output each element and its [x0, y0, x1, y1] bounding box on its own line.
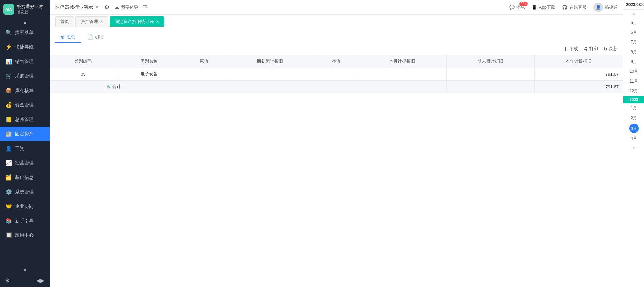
- date-month-item[interactable]: 12月: [623, 86, 644, 96]
- download-icon: 📱: [532, 5, 537, 10]
- table-total-row: ⊕ 合计： 791.67: [50, 81, 623, 93]
- sidebar-item-quick-nav[interactable]: ⚡ 快捷导航: [0, 40, 50, 54]
- date-month-item[interactable]: 1月: [623, 103, 644, 113]
- support-action[interactable]: 🎧 在线客服: [562, 4, 587, 10]
- col-net: 净值: [314, 55, 358, 68]
- logo-sub: 普及版: [17, 10, 43, 15]
- date-month-item[interactable]: 5月: [623, 18, 644, 28]
- sidebar-item-app-center[interactable]: 🔲 应用中心: [0, 228, 50, 243]
- col-init-depr: 期初累计折旧: [226, 55, 314, 68]
- col-name: 类别名称: [116, 55, 182, 68]
- date-panel: 2023.03 ✕ ⤢ ▲ 5月6月7月8月9月10月11月12月 2023 1…: [623, 0, 644, 287]
- sidebar-item-label: 固定资产: [15, 131, 34, 137]
- date-panel-close-icon[interactable]: ✕: [641, 2, 644, 7]
- settings-footer-icon[interactable]: ⚙: [5, 277, 10, 284]
- header-settings-icon[interactable]: ⚙: [104, 4, 109, 10]
- print-button[interactable]: 🖨 打印: [583, 46, 598, 52]
- sidebar-item-label: 资金管理: [15, 102, 34, 108]
- sidebar-item-sales[interactable]: 📊 销售管理: [0, 54, 50, 69]
- sub-tab-summary[interactable]: ⊕ 汇总: [55, 32, 81, 43]
- col-code: 类别编码: [50, 55, 116, 68]
- tab-close-icon[interactable]: ✕: [100, 20, 103, 24]
- inventory-icon: 📦: [5, 87, 11, 94]
- tabs-bar: 首页资产管理✕固定资产折旧统计表✕: [50, 15, 623, 28]
- cell-total-monthly: [358, 81, 446, 93]
- total-icon: ⊕: [107, 84, 110, 89]
- date-month-item[interactable]: 7月: [623, 37, 644, 47]
- date-month-item[interactable]: 9月: [623, 57, 644, 67]
- sales-icon: 📊: [5, 58, 11, 65]
- sidebar-item-fixed-assets[interactable]: 🏢 固定资产: [0, 127, 50, 141]
- main-area: 医疗器械行业演示 ▼ ⚙ ☁ 我要体验一下 💬 消息 99+ 📱 App下载 🎧…: [50, 0, 623, 287]
- header-left: 医疗器械行业演示 ▼ ⚙ ☁ 我要体验一下: [55, 4, 147, 10]
- date-month-item[interactable]: 11月: [623, 76, 644, 86]
- date-nav-down[interactable]: ▼: [623, 144, 644, 152]
- refresh-button[interactable]: ↻ 刷新: [604, 46, 618, 52]
- company-selector[interactable]: 医疗器械行业演示 ▼: [55, 4, 99, 10]
- sidebar-scroll-down[interactable]: ▼: [0, 267, 50, 274]
- date-header-text: 2023.03: [626, 2, 641, 7]
- experience-icon: ☁: [115, 5, 119, 10]
- experience-button[interactable]: ☁ 我要体验一下: [115, 4, 147, 10]
- message-action[interactable]: 💬 消息 99+: [509, 4, 525, 10]
- tab-asset-mgmt[interactable]: 资产管理✕: [75, 16, 108, 27]
- sidebar-item-label: 经营管理: [15, 160, 34, 166]
- cell-total-net: [314, 81, 358, 93]
- tab-label: 固定资产折旧统计表: [115, 19, 154, 25]
- tab-home[interactable]: 首页: [55, 16, 74, 27]
- date-month-item[interactable]: 6月: [623, 28, 644, 37]
- header-right: 💬 消息 99+ 📱 App下载 🎧 在线客服 👤 畅捷通: [509, 3, 618, 12]
- date-month-item[interactable]: 10月: [623, 67, 644, 76]
- date-panel-header: 2023.03 ✕ ⤢: [623, 0, 644, 10]
- sidebar-item-purchase[interactable]: 🛒 采购管理: [0, 69, 50, 83]
- system-icon: ⚙️: [5, 189, 11, 195]
- sidebar-item-enterprise[interactable]: 🤝 企业协同: [0, 199, 50, 214]
- payroll-icon: 👤: [5, 145, 11, 152]
- collapse-icon[interactable]: ◀▶: [36, 277, 44, 284]
- table-row: 05 电子设备 791.67: [50, 68, 623, 81]
- sidebar-item-payroll[interactable]: 👤 工资: [0, 141, 50, 156]
- user-action[interactable]: 👤 畅捷通: [593, 3, 618, 12]
- app-center-icon: 🔲: [5, 232, 11, 238]
- sidebar-item-ledger[interactable]: 📒 总账管理: [0, 112, 50, 127]
- tab-depreciation[interactable]: 固定资产折旧统计表✕: [110, 16, 164, 27]
- sidebar-item-guide[interactable]: 📚 新手引导: [0, 214, 50, 228]
- sidebar-item-label: 库存核算: [15, 88, 34, 94]
- date-nav-up[interactable]: ▲: [623, 10, 644, 18]
- sub-tab-detail[interactable]: 📄 明细: [82, 32, 109, 43]
- sidebar-item-inventory[interactable]: 📦 库存核算: [0, 83, 50, 98]
- summary-icon: ⊕: [61, 34, 65, 40]
- sidebar-item-label: 销售管理: [15, 59, 34, 65]
- purchase-icon: 🛒: [5, 73, 11, 79]
- date-month-item[interactable]: 3月: [629, 124, 639, 133]
- sidebar: AtA 畅捷通好业财 普及版 ▲ 🔍 搜索菜单 ⚡ 快捷导航 📊 销售管理 🛒 …: [0, 0, 50, 287]
- sidebar-scroll-up[interactable]: ▲: [0, 19, 50, 25]
- depreciation-table: 类别编码 类别名称 原值 期初累计折旧 净值 本月计提折旧 期末累计折旧 本年计…: [50, 55, 623, 93]
- sidebar-logo: AtA 畅捷通好业财 普及版: [0, 0, 50, 19]
- cell-net: [314, 68, 358, 81]
- sidebar-item-search[interactable]: 🔍 搜索菜单: [0, 25, 50, 40]
- sidebar-item-funds[interactable]: 💰 资金管理: [0, 98, 50, 112]
- company-name: 医疗器械行业演示: [55, 4, 93, 10]
- message-icon: 💬: [509, 5, 515, 10]
- sidebar-item-label: 基础信息: [15, 174, 34, 181]
- sidebar-item-basic-info[interactable]: 🗂️ 基础信息: [0, 170, 50, 185]
- download-toolbar-icon: ⬇: [564, 46, 568, 52]
- date-month-item[interactable]: 4月: [623, 134, 644, 144]
- sidebar-item-label: 系统管理: [15, 189, 34, 195]
- date-month-item[interactable]: 8月: [623, 47, 644, 57]
- col-annual: 本年计提折旧: [534, 55, 623, 68]
- sidebar-item-label: 应用中心: [15, 232, 34, 238]
- download-button[interactable]: ⬇ 下载: [564, 46, 578, 52]
- tab-close-icon[interactable]: ✕: [156, 20, 159, 24]
- sub-tabs: ⊕ 汇总 📄 明细: [50, 28, 623, 43]
- download-action[interactable]: 📱 App下载: [532, 4, 555, 10]
- sidebar-item-system[interactable]: ⚙️ 系统管理: [0, 185, 50, 199]
- tabs-container: 首页资产管理✕固定资产折旧统计表✕: [55, 16, 164, 27]
- header: 医疗器械行业演示 ▼ ⚙ ☁ 我要体验一下 💬 消息 99+ 📱 App下载 🎧…: [50, 0, 623, 15]
- col-original: 原值: [182, 55, 226, 68]
- cell-original: [182, 68, 226, 81]
- data-table-wrap: 类别编码 类别名称 原值 期初累计折旧 净值 本月计提折旧 期末累计折旧 本年计…: [50, 55, 623, 287]
- date-month-item[interactable]: 2月: [623, 113, 644, 123]
- sidebar-item-operations[interactable]: 📈 经营管理: [0, 156, 50, 170]
